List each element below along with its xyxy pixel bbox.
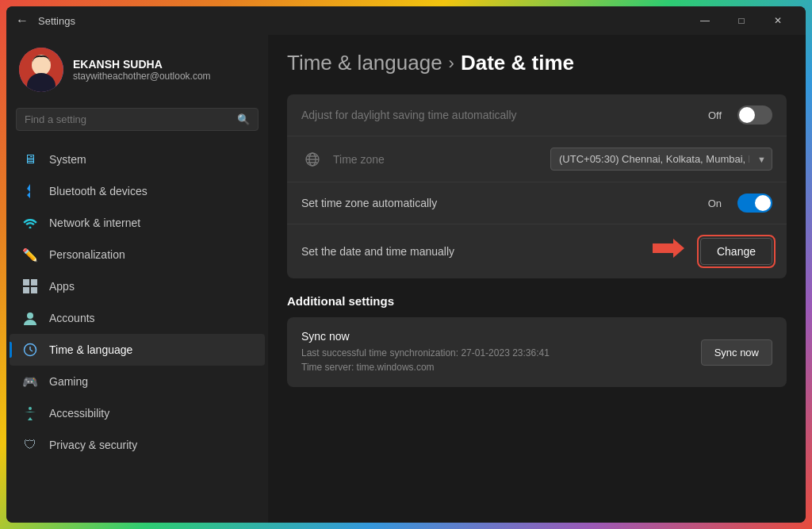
time-icon	[22, 342, 38, 358]
daylight-toggle-label: Off	[708, 109, 722, 121]
daylight-row: Adjust for daylight saving time automati…	[287, 94, 787, 136]
svg-rect-8	[23, 287, 29, 293]
timezone-label: Time zone	[333, 153, 541, 166]
accessibility-icon	[22, 405, 38, 421]
arrow-annotation-icon	[653, 236, 684, 267]
auto-timezone-label: Set time zone automatically	[301, 197, 699, 209]
sidebar-item-accessibility[interactable]: Accessibility	[10, 397, 265, 429]
system-icon: 🖥	[22, 151, 38, 167]
titlebar: ← Settings — □ ✕	[6, 6, 806, 35]
sidebar-nav: 🖥 System Bluetooth & devices	[6, 144, 268, 461]
privacy-icon: 🛡	[22, 437, 38, 453]
network-icon	[22, 215, 38, 231]
daylight-toggle[interactable]	[737, 105, 772, 125]
manual-time-row: Set the date and time manually Change	[287, 224, 787, 278]
sync-detail-line2: Time server: time.windows.com	[301, 360, 701, 374]
close-button[interactable]: ✕	[760, 6, 796, 35]
accounts-icon	[22, 310, 38, 326]
timezone-select[interactable]: (UTC+05:30) Chennai, Kolkata, Mumbai, Ne…	[550, 148, 772, 171]
gaming-icon: 🎮	[22, 374, 38, 389]
svg-marker-20	[653, 239, 684, 258]
sidebar-label-accessibility: Accessibility	[49, 407, 109, 420]
sync-now-button[interactable]: Sync now	[701, 339, 772, 366]
search-input[interactable]	[25, 113, 231, 125]
sidebar-label-bluetooth: Bluetooth & devices	[49, 185, 147, 197]
sidebar-item-personalization[interactable]: ✏️ Personalization	[10, 239, 265, 270]
minimize-button[interactable]: —	[687, 6, 723, 35]
breadcrumb-current: Date & time	[461, 51, 574, 75]
window-title: Settings	[38, 15, 687, 27]
manual-time-label: Set the date and time manually	[301, 245, 643, 258]
sync-title: Sync now	[301, 330, 701, 343]
search-icon: 🔍	[237, 113, 250, 125]
sidebar-label-personalization: Personalization	[49, 248, 125, 261]
sidebar-label-network: Network & internet	[49, 217, 140, 229]
auto-timezone-toggle[interactable]	[737, 194, 772, 213]
user-info: EKANSH SUDHA staywitheachother@outlook.c…	[73, 58, 211, 82]
sidebar-label-time: Time & language	[49, 343, 132, 356]
sync-info: Sync now Last successful time synchroniz…	[301, 330, 701, 374]
daylight-label: Adjust for daylight saving time automati…	[301, 109, 699, 121]
avatar	[19, 48, 63, 92]
sync-row: Sync now Last successful time synchroniz…	[287, 317, 787, 387]
svg-point-5	[29, 227, 32, 229]
auto-timezone-row: Set time zone automatically On	[287, 182, 787, 224]
sidebar-item-accounts[interactable]: Accounts	[10, 302, 265, 334]
user-profile: EKANSH SUDHA staywitheachother@outlook.c…	[6, 35, 268, 108]
sidebar-item-time[interactable]: Time & language	[10, 334, 265, 366]
settings-card-main: Adjust for daylight saving time automati…	[287, 94, 787, 278]
svg-point-14	[29, 407, 32, 410]
user-name: EKANSH SUDHA	[73, 58, 211, 71]
main-layout: EKANSH SUDHA staywitheachother@outlook.c…	[6, 35, 806, 523]
apps-icon	[22, 278, 38, 294]
additional-settings-header: Additional settings	[287, 294, 787, 308]
sidebar-label-gaming: Gaming	[49, 375, 88, 388]
back-button[interactable]: ←	[16, 13, 29, 28]
user-email: staywitheachother@outlook.com	[73, 71, 211, 82]
search-box[interactable]: 🔍	[16, 108, 259, 131]
breadcrumb: Time & language › Date & time	[287, 51, 787, 75]
breadcrumb-parent: Time & language	[287, 51, 442, 75]
sync-detail-line1: Last successful time synchronization: 27…	[301, 346, 701, 360]
svg-point-10	[27, 312, 33, 319]
window-controls: — □ ✕	[687, 6, 796, 35]
personalization-icon: ✏️	[22, 247, 38, 263]
maximize-button[interactable]: □	[723, 6, 760, 35]
sidebar-item-privacy[interactable]: 🛡 Privacy & security	[10, 429, 265, 461]
timezone-row: Time zone (UTC+05:30) Chennai, Kolkata, …	[287, 136, 787, 182]
sidebar-item-apps[interactable]: Apps	[10, 270, 265, 302]
settings-window: ← Settings — □ ✕	[6, 6, 806, 523]
sidebar-label-accounts: Accounts	[49, 312, 95, 324]
svg-line-13	[30, 350, 33, 351]
content-area: Time & language › Date & time Adjust for…	[268, 35, 806, 523]
sidebar-item-system[interactable]: 🖥 System	[10, 144, 265, 175]
sidebar-item-gaming[interactable]: 🎮 Gaming	[10, 366, 265, 397]
bluetooth-icon	[22, 183, 38, 199]
svg-rect-9	[31, 287, 37, 293]
timezone-globe-icon	[301, 148, 324, 171]
sidebar-item-network[interactable]: Network & internet	[10, 207, 265, 239]
sidebar-label-system: System	[49, 153, 86, 166]
breadcrumb-separator: ›	[449, 53, 454, 74]
timezone-wrapper: (UTC+05:30) Chennai, Kolkata, Mumbai, Ne…	[550, 148, 772, 171]
auto-timezone-toggle-label: On	[708, 197, 722, 209]
sidebar-item-bluetooth[interactable]: Bluetooth & devices	[10, 175, 265, 207]
change-button[interactable]: Change	[700, 238, 772, 265]
sync-card: Sync now Last successful time synchroniz…	[287, 317, 787, 387]
sidebar-label-privacy: Privacy & security	[49, 439, 137, 451]
sidebar-label-apps: Apps	[49, 280, 75, 293]
sidebar: EKANSH SUDHA staywitheachother@outlook.c…	[6, 35, 268, 523]
svg-rect-6	[23, 279, 29, 286]
svg-rect-7	[31, 279, 37, 286]
